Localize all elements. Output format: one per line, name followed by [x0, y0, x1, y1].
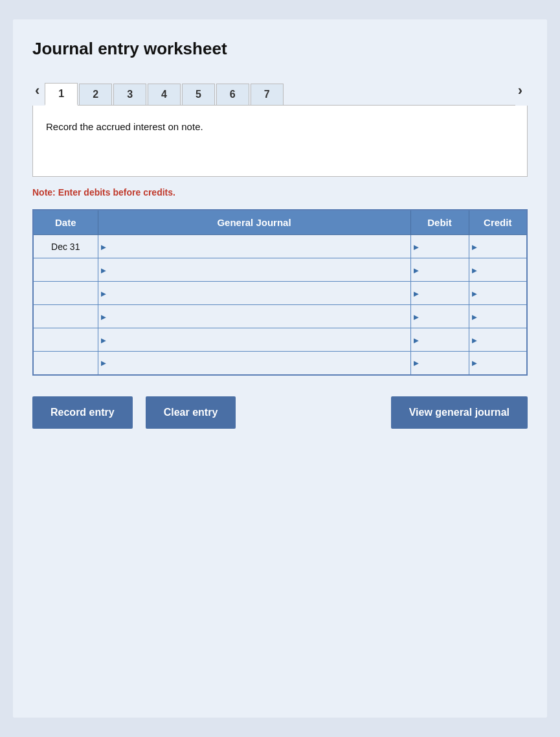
arrow-icon-5: ► [100, 335, 108, 345]
date-cell-1: Dec 31 [33, 235, 98, 258]
debit-cell-3[interactable]: ► [410, 282, 469, 305]
journal-input-2[interactable] [98, 262, 410, 278]
col-header-debit: Debit [410, 210, 469, 235]
arrow-icon-debit-2: ► [412, 265, 421, 275]
tab-prev-arrow[interactable]: ‹ [32, 77, 45, 106]
journal-input-4[interactable] [98, 309, 410, 324]
description-box: Record the accrued interest on note. [32, 106, 528, 177]
arrow-icon-3: ► [100, 288, 108, 298]
arrow-icon-2: ► [100, 265, 108, 275]
journal-table: Date General Journal Debit Credit Dec 31… [32, 209, 528, 376]
clear-entry-button[interactable]: Clear entry [146, 396, 236, 429]
arrow-icon-4: ► [100, 312, 108, 321]
arrow-icon-6: ► [100, 358, 108, 368]
table-row: ► ► ► [33, 352, 527, 375]
date-value-1: Dec 31 [51, 242, 80, 252]
tab-navigation: ‹ 1 2 3 4 5 6 7 › [32, 77, 528, 106]
col-header-credit: Credit [469, 210, 527, 235]
debit-cell-4[interactable]: ► [410, 305, 469, 328]
credit-cell-1[interactable]: ► [469, 235, 527, 258]
arrow-icon-credit-5: ► [471, 335, 479, 345]
col-header-journal: General Journal [98, 210, 410, 235]
date-cell-5 [33, 328, 98, 352]
debit-cell-1[interactable]: ► [410, 235, 469, 258]
description-box-wrapper: Record the accrued interest on note. [32, 106, 528, 177]
arrow-icon-credit-3: ► [471, 288, 479, 298]
tab-4[interactable]: 4 [148, 84, 181, 105]
date-cell-3 [33, 282, 98, 305]
journal-input-3[interactable] [98, 286, 410, 301]
arrow-icon-debit-3: ► [412, 288, 421, 298]
record-entry-button[interactable]: Record entry [32, 396, 133, 429]
credit-cell-6[interactable]: ► [469, 352, 527, 375]
arrow-icon-credit-2: ► [471, 265, 479, 275]
date-cell-2 [33, 258, 98, 282]
journal-cell-4[interactable]: ► [98, 305, 410, 328]
page-title: Journal entry worksheet [32, 39, 528, 59]
table-row: ► ► ► [33, 282, 527, 305]
debit-cell-2[interactable]: ► [410, 258, 469, 282]
credit-cell-2[interactable]: ► [469, 258, 527, 282]
tab-next-arrow[interactable]: › [515, 77, 528, 106]
table-row: Dec 31 ► ► ► [33, 235, 527, 258]
journal-input-6[interactable] [98, 355, 410, 370]
debit-cell-5[interactable]: ► [410, 328, 469, 352]
journal-cell-3[interactable]: ► [98, 282, 410, 305]
credit-cell-5[interactable]: ► [469, 328, 527, 352]
journal-cell-1[interactable]: ► [98, 235, 410, 258]
tab-2[interactable]: 2 [79, 84, 112, 105]
journal-input-5[interactable] [98, 332, 410, 348]
description-text: Record the accrued interest on note. [46, 121, 514, 132]
view-general-journal-button[interactable]: View general journal [391, 396, 528, 429]
arrow-icon-debit-5: ► [412, 335, 421, 345]
credit-cell-4[interactable]: ► [469, 305, 527, 328]
table-row: ► ► ► [33, 328, 527, 352]
credit-cell-3[interactable]: ► [469, 282, 527, 305]
date-cell-6 [33, 352, 98, 375]
arrow-icon-debit-6: ► [412, 358, 421, 368]
arrow-icon-credit-6: ► [471, 358, 479, 368]
date-cell-4 [33, 305, 98, 328]
journal-input-1[interactable] [98, 239, 410, 255]
tab-5[interactable]: 5 [182, 84, 215, 105]
tab-6[interactable]: 6 [216, 84, 249, 105]
buttons-row: Record entry Clear entry View general jo… [32, 396, 528, 429]
page-container: Journal entry worksheet ‹ 1 2 3 4 5 6 7 … [13, 19, 547, 718]
journal-cell-2[interactable]: ► [98, 258, 410, 282]
arrow-icon-debit-4: ► [412, 312, 421, 321]
tabs-list: 1 2 3 4 5 6 7 [45, 82, 515, 106]
journal-cell-6[interactable]: ► [98, 352, 410, 375]
arrow-icon-credit-4: ► [471, 312, 479, 321]
arrow-icon-1: ► [100, 242, 108, 251]
tab-7[interactable]: 7 [251, 84, 284, 105]
col-header-date: Date [33, 210, 98, 235]
tab-1[interactable]: 1 [45, 83, 78, 106]
arrow-icon-debit-1: ► [412, 242, 421, 251]
table-row: ► ► ► [33, 258, 527, 282]
table-row: ► ► ► [33, 305, 527, 328]
journal-cell-5[interactable]: ► [98, 328, 410, 352]
arrow-icon-credit-1: ► [471, 242, 479, 251]
tab-3[interactable]: 3 [113, 84, 146, 105]
note-text: Note: Enter debits before credits. [32, 187, 528, 198]
debit-cell-6[interactable]: ► [410, 352, 469, 375]
